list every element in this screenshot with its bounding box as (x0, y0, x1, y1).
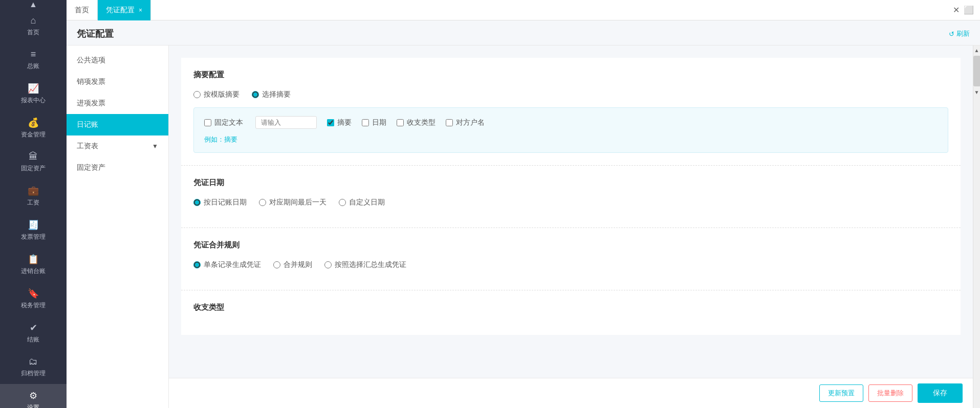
right-content: 摘要配置 按模版摘要 选择摘要 (169, 46, 973, 378)
voucher-merge-section: 凭证合并规则 单条记录生成凭证 合并规则 (181, 228, 961, 290)
checkbox-summary-input[interactable] (327, 119, 334, 126)
voucher-date-last-day-input[interactable] (259, 199, 266, 206)
voucher-date-by-journal-input[interactable] (193, 199, 201, 206)
refresh-button[interactable]: ↺ 刷新 (949, 29, 970, 38)
settings-icon: ⚙ (29, 390, 37, 401)
checkbox-date-input[interactable] (362, 119, 369, 126)
left-nav-item-journal[interactable]: 日记账 (67, 114, 168, 135)
voucher-date-last-day-label: 对应期间最后一天 (269, 198, 326, 207)
update-preview-button[interactable]: 更新预置 (819, 384, 863, 402)
tab-home[interactable]: 首页 (67, 0, 98, 20)
summary-config-section: 摘要配置 按模版摘要 选择摘要 (181, 58, 961, 166)
voucher-date-radio-by-journal[interactable]: 按日记账日期 (193, 198, 247, 207)
voucher-merge-single-label: 单条记录生成凭证 (204, 260, 261, 269)
scroll-thumb[interactable] (973, 56, 980, 86)
sidebar-label-assets: 固定资产 (21, 164, 46, 173)
scroll-up-arrow[interactable]: ▲ (973, 46, 980, 55)
left-nav-label-public-options: 公共选项 (77, 56, 105, 65)
summary-config-title: 摘要配置 (193, 70, 948, 80)
left-nav-item-payroll-table[interactable]: 工资表 ▼ (67, 135, 168, 157)
sidebar-item-funds[interactable]: 💰 资金管理 (0, 111, 67, 145)
voucher-date-radio-last-day[interactable]: 对应期间最后一天 (259, 198, 326, 207)
left-nav-item-fixed-assets[interactable]: 固定资产 (67, 157, 168, 178)
left-nav-label-sales-invoice: 销项发票 (77, 77, 105, 86)
sidebar-item-tax[interactable]: 🔖 税务管理 (0, 282, 67, 316)
sidebar-item-assets[interactable]: 🏛 固定资产 (0, 145, 67, 179)
checkbox-row: 固定文本 摘要 日期 (204, 116, 938, 129)
sidebar-label-report: 报表中心 (21, 96, 46, 105)
sidebar-label-invoice-mgmt: 发票管理 (21, 233, 46, 241)
voucher-date-section: 凭证日期 按日记账日期 对应期间最后一天 (181, 166, 961, 228)
sidebar-label-reconcile: 进销台账 (21, 267, 46, 276)
fixed-text-input[interactable] (255, 116, 317, 129)
sidebar-item-archive[interactable]: 🗂 归档管理 (0, 350, 67, 384)
summary-radio-select-summary-label: 选择摘要 (262, 90, 291, 99)
summary-radio-by-template[interactable]: 按模版摘要 (193, 90, 239, 99)
left-nav-label-journal: 日记账 (77, 120, 98, 129)
scroll-down-arrow[interactable]: ▼ (973, 87, 980, 97)
sidebar-scroll-up[interactable]: ▲ (0, 0, 67, 9)
window-restore-button[interactable]: ⬜ (964, 5, 974, 15)
sidebar-label-settings: 设置 (27, 403, 39, 408)
sidebar-item-report[interactable]: 📈 报表中心 (0, 77, 67, 111)
tab-voucher-config[interactable]: 凭证配置 × (98, 0, 151, 20)
checkbox-counterparty-input[interactable] (446, 119, 453, 126)
main-area: 首页 凭证配置 × ✕ ⬜ 凭证配置 ↺ 刷新 公共选项 (67, 0, 980, 408)
sidebar-item-settings[interactable]: ⚙ 设置 (0, 384, 67, 408)
tab-close-button[interactable]: × (139, 7, 142, 14)
left-nav-item-public-options[interactable]: 公共选项 (67, 50, 168, 71)
left-nav-label-fixed-assets: 固定资产 (77, 163, 105, 172)
checkbox-fixed-text[interactable]: 固定文本 (204, 118, 243, 127)
checkbox-payment-type-label: 收支类型 (407, 118, 435, 127)
sidebar-item-settle[interactable]: ✔ 结账 (0, 316, 67, 350)
sidebar-item-reconcile[interactable]: 📋 进销台账 (0, 247, 67, 282)
checkbox-payment-type-input[interactable] (397, 119, 404, 126)
checkbox-fixed-text-input[interactable] (204, 119, 211, 126)
assets-icon: 🏛 (29, 151, 38, 162)
left-nav-item-purchase-invoice[interactable]: 进项发票 (67, 93, 168, 114)
sidebar-label-archive: 归档管理 (21, 369, 46, 378)
voucher-merge-merge-label: 合并规则 (284, 260, 312, 269)
checkbox-date[interactable]: 日期 (362, 118, 386, 127)
page-header: 凭证配置 ↺ 刷新 (67, 20, 980, 46)
voucher-merge-merge-input[interactable] (273, 261, 280, 268)
summary-radio-by-template-label: 按模版摘要 (204, 90, 239, 99)
voucher-merge-radio-by-selection[interactable]: 按照选择汇总生成凭证 (324, 260, 406, 269)
voucher-merge-radio-single[interactable]: 单条记录生成凭证 (193, 260, 261, 269)
refresh-label: 刷新 (956, 29, 970, 38)
summary-radio-select-summary[interactable]: 选择摘要 (252, 90, 291, 99)
voucher-merge-by-selection-input[interactable] (324, 261, 332, 268)
sidebar-label-funds: 资金管理 (21, 130, 46, 139)
checkbox-counterparty-label: 对方户名 (456, 118, 485, 127)
left-nav: 公共选项 销项发票 进项发票 日记账 工资表 ▼ 固定资产 (67, 46, 169, 408)
sidebar-item-ledger[interactable]: ≡ 总账 (0, 43, 67, 77)
income-expense-section: 收支类型 (181, 290, 961, 335)
sidebar: ▲ ⌂ 首页 ≡ 总账 📈 报表中心 💰 资金管理 🏛 固定资产 💼 工资 🧾 … (0, 0, 67, 408)
left-nav-item-sales-invoice[interactable]: 销项发票 (67, 71, 168, 93)
sidebar-item-payroll[interactable]: 💼 工资 (0, 179, 67, 213)
reconcile-icon: 📋 (28, 254, 39, 265)
sidebar-item-home[interactable]: ⌂ 首页 (0, 9, 67, 43)
checkbox-counterparty[interactable]: 对方户名 (446, 118, 485, 127)
checkbox-config-area: 固定文本 摘要 日期 (193, 107, 948, 153)
page-title: 凭证配置 (77, 28, 114, 40)
save-button[interactable]: 保存 (918, 383, 963, 403)
summary-radio-by-template-input[interactable] (193, 91, 201, 98)
voucher-date-custom-input[interactable] (339, 199, 346, 206)
voucher-date-radio-custom[interactable]: 自定义日期 (339, 198, 385, 207)
ledger-icon: ≡ (31, 49, 36, 60)
checkbox-summary[interactable]: 摘要 (327, 118, 352, 127)
sidebar-label-payroll: 工资 (27, 198, 39, 207)
batch-delete-button[interactable]: 批量删除 (868, 384, 912, 402)
window-close-button[interactable]: ✕ (953, 5, 960, 15)
summary-radio-select-summary-input[interactable] (252, 91, 259, 98)
voucher-merge-radio-merge[interactable]: 合并规则 (273, 260, 312, 269)
voucher-merge-single-input[interactable] (193, 261, 201, 268)
checkbox-fixed-text-label: 固定文本 (214, 118, 243, 127)
voucher-merge-by-selection-label: 按照选择汇总生成凭证 (335, 260, 406, 269)
voucher-date-title: 凭证日期 (193, 178, 948, 188)
sidebar-item-invoice-mgmt[interactable]: 🧾 发票管理 (0, 213, 67, 247)
checkbox-payment-type[interactable]: 收支类型 (397, 118, 435, 127)
right-scrollbar[interactable]: ▲ ▼ (973, 46, 980, 408)
report-icon: 📈 (28, 83, 39, 94)
